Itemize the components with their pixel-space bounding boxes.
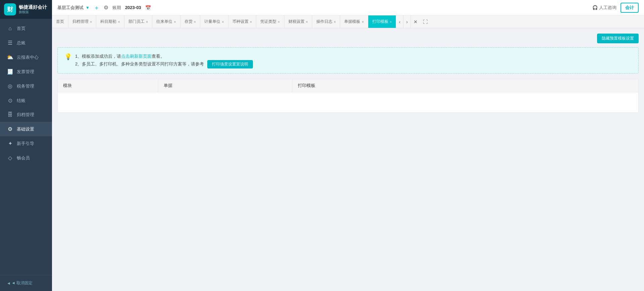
content-area: 隐藏预置模板设置 💡 1、模板添加成功后，请点击刷新新页面查看。 2、多员工、多… <box>52 28 644 291</box>
sidebar-item-checkout[interactable]: ⊙ 结账 <box>0 93 52 108</box>
tab-currency-label: 币种设置 <box>232 19 249 25</box>
company-name: 基层工会测试 <box>57 5 84 11</box>
tab-archive[interactable]: 归档管理 × <box>68 15 96 28</box>
tab-close-icon[interactable]: × <box>222 20 224 24</box>
add-company-button[interactable]: ＋ <box>94 4 100 12</box>
sidebar-item-guide[interactable]: ✦ 新手引导 <box>0 136 52 151</box>
calendar-icon[interactable]: 📅 <box>145 5 151 10</box>
info-text-block: 1、模板添加成功后，请点击刷新新页面查看。 2、多员工、多打印机、多种业务类型设… <box>75 52 253 68</box>
tab-close-icon[interactable]: × <box>250 20 252 24</box>
sidebar-item-label: 归档管理 <box>17 112 34 118</box>
sidebar-item-label: 畅会员 <box>17 155 30 161</box>
info-line1: 1、模板添加成功后，请点击刷新新页面查看。 <box>75 52 253 60</box>
tab-operation-log[interactable]: 操作日志 × <box>312 15 340 28</box>
company-selector[interactable]: 基层工会测试 ▼ <box>57 5 90 11</box>
guide-icon: ✦ <box>7 140 13 147</box>
sidebar-item-reports[interactable]: ⛅ 云报表中心 <box>0 50 52 64</box>
tab-home[interactable]: 首页 <box>52 15 68 28</box>
sidebar-pin-toggle[interactable]: ◄ ◄ 取消固定 <box>0 275 52 291</box>
tab-currency[interactable]: 币种设置 × <box>228 15 256 28</box>
info-line2: 2、多员工、多打印机、多种业务类型设置不同打印方案等，请参考 打印场景设置宣说明 <box>75 60 253 68</box>
sidebar-nav: ⌂ 首页 ☰ 总账 ⛅ 云报表中心 🧾 发票管理 ◎ 税务管理 ⊙ 结账 🗄 归… <box>0 19 52 275</box>
tab-unit[interactable]: 计量单位 × <box>200 15 228 28</box>
tab-prev-button[interactable]: ‹ <box>396 15 404 28</box>
tab-next-button[interactable]: › <box>404 15 411 28</box>
print-scene-button[interactable]: 打印场景设置宣说明 <box>207 60 253 68</box>
service-label: 人工咨询 <box>599 5 616 11</box>
tab-close-icon[interactable]: × <box>194 20 196 24</box>
headset-icon: 🎧 <box>592 5 598 10</box>
app-edition: 旗舰版 <box>19 10 47 14</box>
sidebar-item-home[interactable]: ⌂ 首页 <box>0 21 52 36</box>
sidebar-item-label: 总账 <box>17 40 25 46</box>
tab-department-label: 部门员工 <box>128 19 145 25</box>
company-settings-icon[interactable]: ⚙ <box>104 4 108 11</box>
tab-close-icon[interactable]: × <box>174 20 176 24</box>
tab-close-icon[interactable]: × <box>362 20 364 24</box>
ledger-icon: ☰ <box>7 40 13 46</box>
settings-icon: ⚙ <box>7 126 13 132</box>
sidebar-item-ledger[interactable]: ☰ 总账 <box>0 36 52 50</box>
kuaiji-button[interactable]: 会计 <box>621 3 639 13</box>
tab-close-icon[interactable]: × <box>146 20 148 24</box>
tab-subject-init[interactable]: 科目期初 × <box>96 15 124 28</box>
dropdown-arrow-icon: ▼ <box>86 5 90 10</box>
tab-department[interactable]: 部门员工 × <box>124 15 152 28</box>
table-body <box>58 92 638 112</box>
tab-partner[interactable]: 往来单位 × <box>152 15 180 28</box>
sidebar-item-invoice[interactable]: 🧾 发票管理 <box>0 64 52 79</box>
reports-icon: ⛅ <box>7 54 13 60</box>
pin-label: ◄ 取消固定 <box>11 280 33 286</box>
sidebar-item-label: 税务管理 <box>17 83 34 89</box>
sidebar-item-settings[interactable]: ⚙ 基础设置 <box>0 122 52 136</box>
sidebar-item-member[interactable]: ◇ 畅会员 <box>0 151 52 165</box>
tab-unit-label: 计量单位 <box>204 19 220 25</box>
invoice-icon: 🧾 <box>7 68 13 75</box>
logo-icon: 财 <box>4 3 16 15</box>
sidebar-item-label: 发票管理 <box>17 69 34 75</box>
th-module: 模块 <box>58 79 158 92</box>
info-box-content: 💡 1、模板添加成功后，请点击刷新新页面查看。 2、多员工、多打印机、多种业务类… <box>64 52 632 68</box>
close-all-tabs-button[interactable]: ✕ <box>411 15 420 28</box>
app-logo: 财 畅捷通好会计 旗舰版 <box>0 0 52 19</box>
th-voucher: 单据 <box>158 79 292 92</box>
checkout-icon: ⊙ <box>7 97 13 104</box>
tab-tax-settings[interactable]: 财税设置 × <box>284 15 312 28</box>
chevron-left-icon: ‹ <box>399 19 400 25</box>
sidebar-item-label: 结账 <box>17 98 25 104</box>
tab-close-icon[interactable]: × <box>390 20 392 24</box>
tab-inventory[interactable]: 存货 × <box>180 15 200 28</box>
tab-home-label: 首页 <box>56 19 64 25</box>
sidebar-item-label: 首页 <box>17 26 25 32</box>
tab-close-icon[interactable]: × <box>90 20 92 24</box>
info-line1-prefix: 1、模板添加成功后，请 <box>75 54 121 59</box>
tab-close-icon[interactable]: × <box>306 20 308 24</box>
archive-icon: 🗄 <box>7 112 13 118</box>
sidebar-item-label: 云报表中心 <box>17 54 39 60</box>
tab-tax-settings-label: 财税设置 <box>288 19 305 25</box>
sidebar-item-tax[interactable]: ◎ 税务管理 <box>0 79 52 93</box>
app-name: 畅捷通好会计 <box>19 4 47 10</box>
header-right: 🎧 人工咨询 会计 <box>592 3 639 13</box>
tab-voucher-type[interactable]: 凭证类型 × <box>256 15 284 28</box>
tab-print-template[interactable]: 打印模板 × <box>368 15 396 28</box>
tab-inventory-label: 存货 <box>184 19 193 25</box>
kuaiji-label: 会计 <box>625 5 634 10</box>
close-all-icon: ✕ <box>414 19 418 25</box>
home-icon: ⌂ <box>7 26 13 32</box>
period-value: 2023-03 <box>125 5 141 10</box>
sidebar-item-archive[interactable]: 🗄 归档管理 <box>0 108 52 122</box>
service-button[interactable]: 🎧 人工咨询 <box>592 5 616 11</box>
tab-close-icon[interactable]: × <box>334 20 336 24</box>
tab-voucher-template[interactable]: 单据模板 × <box>340 15 368 28</box>
pin-icon: ◄ <box>7 281 11 286</box>
tab-voucher-type-label: 凭证类型 <box>260 19 276 25</box>
hide-template-section: 隐藏预置模板设置 <box>57 34 639 43</box>
tab-close-icon[interactable]: × <box>278 20 280 24</box>
tab-subject-init-label: 科目期初 <box>100 19 116 25</box>
expand-button[interactable]: ⛶ <box>420 15 430 28</box>
tab-close-icon[interactable]: × <box>118 20 120 24</box>
refresh-link[interactable]: 点击刷新新页面 <box>121 54 152 59</box>
hide-template-button[interactable]: 隐藏预置模板设置 <box>597 34 639 43</box>
member-icon: ◇ <box>7 155 13 161</box>
